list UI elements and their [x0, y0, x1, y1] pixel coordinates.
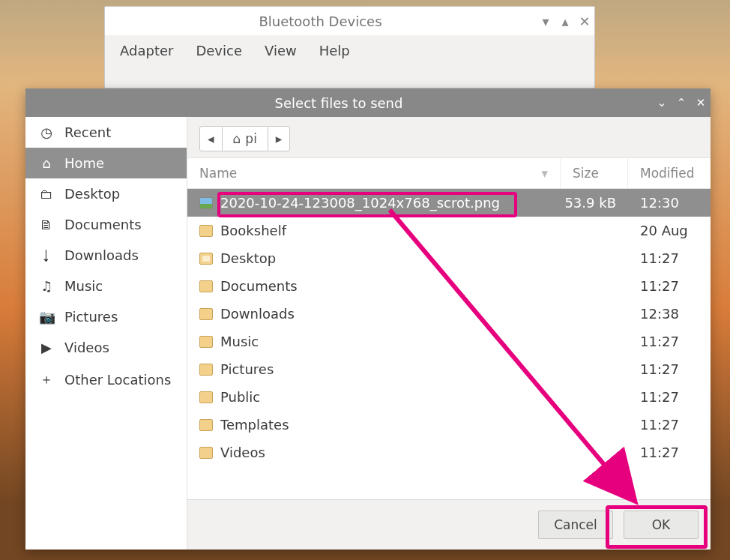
sidebar-item-music[interactable]: ♫Music: [25, 271, 187, 301]
folder-icon: [199, 391, 213, 403]
down-icon: ⭣: [39, 247, 54, 263]
dialog-titlebar: Select files to send ⌄ ⌃ ✕: [25, 88, 711, 117]
sidebar-item-label: Videos: [64, 340, 109, 355]
file-name: Public: [220, 389, 260, 405]
file-name: Videos: [220, 445, 265, 460]
file-row[interactable]: Music11:27: [187, 328, 711, 355]
file-modified: 11:27: [628, 247, 711, 269]
home-icon: ⌂: [39, 155, 54, 171]
minimize-icon[interactable]: ▾: [536, 13, 555, 29]
file-modified: 11:27: [628, 358, 711, 380]
parent-menubar: Adapter Device View Help: [105, 35, 594, 66]
sidebar-item-videos[interactable]: ▶Videos: [25, 332, 187, 363]
menu-adapter[interactable]: Adapter: [120, 43, 173, 58]
file-modified: 11:27: [628, 331, 711, 352]
sidebar-item-label: Recent: [64, 124, 111, 140]
file-modified: 11:27: [628, 414, 711, 436]
menu-device[interactable]: Device: [196, 43, 242, 58]
file-list[interactable]: 2020-10-24-123008_1024x768_scrot.png53.9…: [187, 189, 711, 499]
path-back-button[interactable]: ◂: [199, 126, 223, 151]
maximize-icon[interactable]: ▴: [555, 13, 575, 29]
path-current-button[interactable]: ⌂ pi: [223, 126, 268, 151]
file-name: Documents: [220, 278, 298, 294]
file-name: Templates: [220, 417, 289, 433]
cancel-button[interactable]: Cancel: [538, 511, 613, 539]
file-modified: 11:27: [628, 442, 711, 463]
folder-icon: [199, 280, 213, 292]
col-size[interactable]: Size: [561, 158, 628, 188]
sidebar-item-recent[interactable]: ◷Recent: [25, 117, 187, 148]
sidebar-item-label: Desktop: [64, 186, 120, 202]
file-name: Bookshelf: [220, 223, 286, 238]
file-modified: 12:30: [628, 192, 711, 214]
sort-desc-icon: ▾: [541, 166, 548, 181]
file-list-header: Name ▾ Size Modified: [187, 158, 711, 189]
video-icon: ▶: [39, 340, 54, 355]
dialog-footer: Cancel OK: [187, 499, 711, 550]
plus-icon: ＋: [39, 370, 54, 388]
sidebar-item-downloads[interactable]: ⭣Downloads: [25, 240, 187, 271]
file-name: Pictures: [220, 361, 274, 377]
file-size: [561, 311, 628, 317]
image-file-icon: [199, 197, 213, 209]
file-row[interactable]: Bookshelf20 Aug: [187, 217, 711, 244]
file-size: [561, 422, 628, 428]
col-modified-label: Modified: [640, 166, 695, 181]
file-modified: 20 Aug: [628, 220, 711, 241]
folder-icon: [199, 364, 213, 376]
file-modified: 11:27: [628, 386, 711, 408]
file-size: 53.9 kB: [561, 192, 628, 214]
file-size: [561, 394, 628, 400]
file-row[interactable]: Public11:27: [187, 383, 711, 411]
file-row[interactable]: Videos11:27: [187, 439, 711, 466]
file-row[interactable]: Desktop11:27: [187, 244, 711, 272]
sidebar-item-label: Documents: [64, 217, 142, 232]
file-name: Downloads: [220, 306, 295, 322]
file-size: [561, 367, 628, 373]
sidebar-item-label: Pictures: [64, 309, 118, 325]
sidebar-item-documents[interactable]: 🗎Documents: [25, 209, 187, 240]
file-row[interactable]: Documents11:27: [187, 272, 711, 300]
close-icon[interactable]: ✕: [575, 13, 594, 29]
menu-help[interactable]: Help: [319, 43, 350, 58]
file-chooser-dialog: Select files to send ⌄ ⌃ ✕ ◷Recent⌂Home🗀…: [25, 88, 711, 550]
file-name: 2020-10-24-123008_1024x768_scrot.png: [220, 195, 500, 211]
file-row[interactable]: Templates11:27: [187, 411, 711, 439]
ok-button[interactable]: OK: [624, 511, 699, 539]
col-size-label: Size: [573, 166, 599, 181]
col-name[interactable]: Name ▾: [187, 158, 561, 188]
folder-icon: 🗀: [39, 186, 54, 202]
file-list-panel: ◂ ⌂ pi ▸ Name ▾ Size Modified 2020-10-24…: [187, 117, 711, 550]
file-name: Music: [220, 334, 259, 349]
file-row[interactable]: 2020-10-24-123008_1024x768_scrot.png53.9…: [187, 189, 711, 217]
file-modified: 11:27: [628, 275, 711, 297]
clock-icon: ◷: [39, 124, 54, 140]
folder-icon: [199, 308, 213, 320]
col-modified[interactable]: Modified: [628, 158, 711, 188]
menu-view[interactable]: View: [265, 43, 297, 58]
dialog-minimize-icon[interactable]: ⌄: [652, 96, 672, 109]
sidebar-item-desktop[interactable]: 🗀Desktop: [25, 178, 187, 209]
parent-titlebar: Bluetooth Devices ▾ ▴ ✕: [105, 7, 594, 35]
sidebar-item-pictures[interactable]: 📷Pictures: [25, 301, 187, 332]
sidebar-item-label: Downloads: [64, 247, 139, 263]
file-size: [561, 283, 628, 289]
sidebar-item-other-locations[interactable]: ＋Other Locations: [25, 363, 187, 396]
sidebar-item-label: Music: [64, 278, 103, 294]
parent-title: Bluetooth Devices: [105, 13, 536, 29]
places-sidebar: ◷Recent⌂Home🗀Desktop🗎Documents⭣Downloads…: [25, 117, 187, 550]
dialog-maximize-icon[interactable]: ⌃: [672, 96, 691, 109]
folder-icon: [199, 447, 213, 459]
file-size: [561, 450, 628, 456]
sidebar-item-home[interactable]: ⌂Home: [25, 148, 187, 178]
col-name-label: Name: [199, 166, 237, 181]
dialog-title: Select files to send: [25, 95, 652, 111]
bluetooth-devices-window: Bluetooth Devices ▾ ▴ ✕ Adapter Device V…: [104, 6, 595, 88]
file-row[interactable]: Pictures11:27: [187, 355, 711, 383]
sidebar-item-label: Home: [64, 155, 104, 171]
path-forward-button[interactable]: ▸: [268, 126, 291, 151]
cam-icon: 📷: [39, 309, 54, 325]
dialog-close-icon[interactable]: ✕: [691, 96, 711, 109]
file-row[interactable]: Downloads12:38: [187, 300, 711, 328]
file-name: Desktop: [220, 250, 276, 266]
